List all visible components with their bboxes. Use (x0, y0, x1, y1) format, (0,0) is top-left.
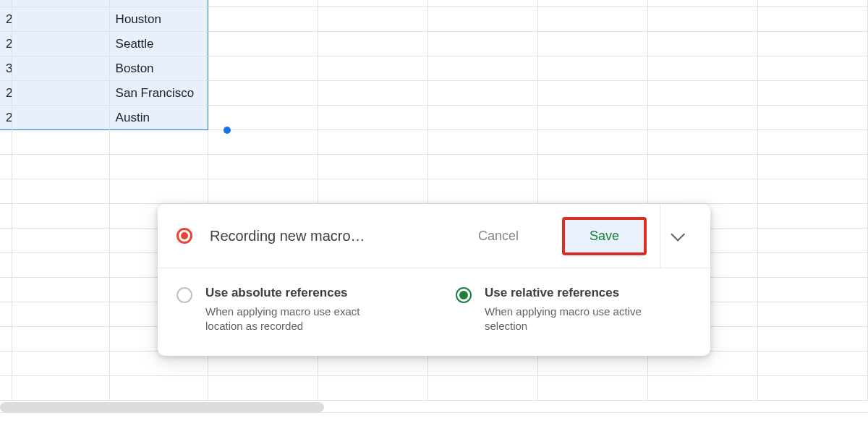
cell[interactable] (538, 56, 648, 81)
cell[interactable] (428, 0, 538, 7)
save-button[interactable]: Save (563, 218, 645, 254)
cell[interactable]: Chicago (110, 0, 208, 7)
cell[interactable] (318, 155, 428, 179)
cell[interactable] (758, 106, 868, 130)
cell[interactable] (0, 376, 12, 401)
cell[interactable]: Seattle (110, 32, 208, 56)
cell[interactable] (648, 56, 758, 81)
cell[interactable] (12, 204, 110, 229)
cell[interactable] (208, 81, 318, 106)
cell[interactable] (12, 130, 110, 155)
cell[interactable] (428, 81, 538, 106)
cell[interactable] (0, 352, 12, 376)
cell[interactable] (318, 32, 428, 56)
cell[interactable] (110, 155, 208, 179)
cell[interactable]: San Francisco (110, 81, 208, 106)
cell[interactable] (208, 376, 318, 401)
cell[interactable] (0, 155, 12, 179)
cell[interactable] (0, 229, 12, 253)
cell[interactable] (12, 7, 110, 32)
cell[interactable] (0, 130, 12, 155)
cell[interactable] (538, 81, 648, 106)
cell[interactable] (648, 376, 758, 401)
cell[interactable] (538, 32, 648, 56)
cell[interactable] (758, 352, 868, 376)
cell[interactable] (208, 56, 318, 81)
cell[interactable] (318, 0, 428, 7)
option-relative-references[interactable]: Use relative references When applying ma… (456, 286, 692, 334)
cell[interactable] (758, 0, 868, 7)
cell[interactable] (538, 376, 648, 401)
cell[interactable] (0, 327, 12, 352)
cell[interactable] (12, 0, 110, 7)
cell[interactable] (758, 130, 868, 155)
cell[interactable] (758, 204, 868, 229)
cell[interactable] (648, 155, 758, 179)
cell[interactable] (208, 155, 318, 179)
cell[interactable] (0, 253, 12, 278)
cell[interactable] (648, 106, 758, 130)
cell[interactable] (758, 253, 868, 278)
cell[interactable] (758, 32, 868, 56)
cell[interactable] (12, 229, 110, 253)
cell[interactable]: 24 (0, 106, 12, 130)
cell[interactable] (0, 302, 12, 327)
cell[interactable] (318, 130, 428, 155)
cell[interactable] (428, 179, 538, 204)
cell[interactable] (12, 376, 110, 401)
cell[interactable] (648, 179, 758, 204)
cell[interactable] (538, 0, 648, 7)
cell[interactable] (318, 106, 428, 130)
cell[interactable]: Boston (110, 56, 208, 81)
cell[interactable] (648, 7, 758, 32)
cell[interactable] (758, 179, 868, 204)
cell[interactable]: 27 (0, 81, 12, 106)
cell[interactable] (538, 7, 648, 32)
cell[interactable]: Austin (110, 106, 208, 130)
cell[interactable] (12, 81, 110, 106)
cell[interactable] (758, 229, 868, 253)
expand-toggle[interactable] (660, 204, 692, 268)
cell[interactable] (110, 376, 208, 401)
cell[interactable] (648, 81, 758, 106)
cell[interactable] (648, 0, 758, 7)
cell[interactable] (538, 155, 648, 179)
cell[interactable] (0, 204, 12, 229)
cell[interactable] (12, 352, 110, 376)
cell[interactable] (318, 7, 428, 32)
cell[interactable] (208, 130, 318, 155)
cell[interactable] (208, 32, 318, 56)
cell[interactable] (318, 81, 428, 106)
cell[interactable] (318, 376, 428, 401)
cell[interactable] (318, 56, 428, 81)
cell[interactable] (758, 327, 868, 352)
cell[interactable] (428, 376, 538, 401)
cell[interactable] (758, 376, 868, 401)
cell[interactable] (12, 106, 110, 130)
cell[interactable] (538, 106, 648, 130)
cell[interactable] (758, 7, 868, 32)
horizontal-scrollbar[interactable] (0, 402, 324, 412)
cell[interactable] (318, 179, 428, 204)
cell[interactable] (12, 32, 110, 56)
cell[interactable] (12, 278, 110, 302)
cell[interactable] (428, 155, 538, 179)
cell[interactable] (12, 179, 110, 204)
cell[interactable]: 31 (0, 56, 12, 81)
option-absolute-references[interactable]: Use absolute references When applying ma… (176, 286, 412, 334)
cell[interactable] (12, 155, 110, 179)
cell[interactable]: 28 (0, 7, 12, 32)
cell[interactable] (428, 106, 538, 130)
cell[interactable] (758, 81, 868, 106)
cell[interactable] (648, 130, 758, 155)
cell[interactable] (12, 327, 110, 352)
selection-handle[interactable] (224, 127, 231, 134)
cell[interactable] (110, 179, 208, 204)
cell[interactable] (538, 130, 648, 155)
cell[interactable] (758, 56, 868, 81)
cell[interactable] (758, 155, 868, 179)
cell[interactable] (538, 179, 648, 204)
cell[interactable] (428, 130, 538, 155)
cell[interactable] (12, 253, 110, 278)
cell[interactable] (110, 130, 208, 155)
